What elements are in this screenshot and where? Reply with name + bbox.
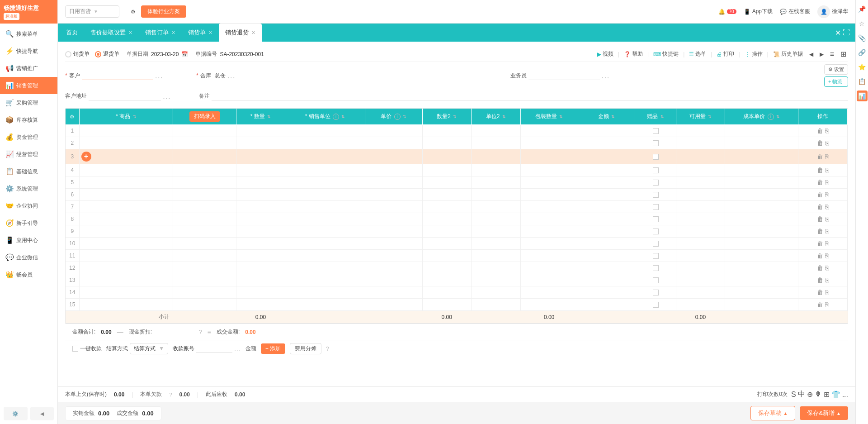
app-download-btn[interactable]: 📱 App下载 (744, 8, 773, 15)
gift-checkbox[interactable] (653, 140, 659, 146)
unit2-cell[interactable] (472, 149, 521, 164)
gift-cell[interactable] (635, 286, 676, 299)
qty-cell[interactable] (236, 149, 285, 164)
available-cell[interactable] (676, 225, 725, 238)
unit2-cell[interactable] (472, 176, 521, 189)
view-grid-btn[interactable]: ⊞ (839, 49, 848, 59)
sidebar-item-appcenter[interactable]: 📱 应用中心 (0, 232, 57, 249)
delete-row-btn[interactable]: 🗑 (817, 276, 823, 284)
pack-cell[interactable] (520, 213, 578, 225)
payment-help-icon[interactable]: ? (326, 346, 329, 352)
gift-checkbox[interactable] (653, 265, 659, 271)
sidebar-item-quicknav[interactable]: ⚡ 快捷导航 (0, 43, 57, 60)
gift-cell[interactable] (635, 137, 676, 149)
sidebar-item-purchase[interactable]: 🛒 采购管理 (0, 94, 57, 111)
toolbar-icon-5[interactable]: ⊞ (824, 390, 830, 399)
available-cell[interactable] (676, 176, 725, 189)
amount-cell[interactable] (578, 238, 635, 250)
experience-btn[interactable]: 体验行业方案 (141, 5, 186, 18)
sidebar-item-member[interactable]: 👑 畅会员 (0, 266, 57, 283)
available-cell[interactable] (676, 238, 725, 250)
available-cell[interactable] (676, 201, 725, 213)
gift-cell[interactable] (635, 274, 676, 286)
qty2-cell[interactable] (422, 213, 472, 225)
right-icon-pin[interactable]: 📌 (857, 4, 868, 14)
product-cell[interactable] (79, 274, 173, 286)
history-btn[interactable]: 📜 历史单据 (771, 49, 805, 59)
pack-cell[interactable] (520, 299, 578, 311)
topbar-search-box[interactable]: 日用百货 ▼ (65, 5, 119, 18)
sidebar-item-newguide[interactable]: 🧭 新手引导 (0, 214, 57, 232)
available-cell[interactable] (676, 250, 725, 262)
price-cell[interactable] (365, 176, 422, 189)
available-cell[interactable] (676, 274, 725, 286)
qty-cell[interactable] (236, 299, 285, 311)
gift-cell[interactable] (635, 299, 676, 311)
unit2-cell[interactable] (472, 164, 521, 176)
shortcut-btn[interactable]: ⌨ 快捷键 (651, 49, 680, 59)
gift-cell[interactable] (635, 149, 676, 164)
warehouse-more-btn[interactable]: ... (227, 71, 236, 81)
staff-input[interactable] (528, 71, 600, 80)
copy-row-btn[interactable]: ⎘ (825, 301, 829, 308)
available-cell[interactable] (676, 286, 725, 299)
delete-row-btn[interactable]: 🗑 (817, 215, 823, 223)
qty2-cell[interactable] (422, 274, 472, 286)
pack-cell[interactable] (520, 250, 578, 262)
account-input[interactable] (196, 344, 232, 353)
col-unit-header[interactable]: * 销售单位 i ⇅ (285, 109, 365, 125)
gift-checkbox[interactable] (653, 192, 659, 198)
print-btn[interactable]: 🖨 打印 (715, 49, 736, 59)
col-amount-header[interactable]: 金额 ⇅ (578, 109, 635, 125)
product-cell[interactable] (79, 164, 173, 176)
price-cell[interactable] (365, 299, 422, 311)
unit-cell[interactable] (285, 201, 365, 213)
qty-cell[interactable] (236, 164, 285, 176)
col-scan-header[interactable]: 扫码录入 (173, 109, 236, 125)
sidebar-item-corpwechat[interactable]: 💬 企业微信 (0, 249, 57, 266)
tab-close-sale-price[interactable]: ✕ (128, 30, 132, 36)
select-btn[interactable]: ☰ 选单 (687, 49, 708, 59)
scan-input-btn[interactable]: 扫码录入 (189, 111, 220, 122)
col-settings-header[interactable]: ⚙ (66, 109, 79, 125)
price-cell[interactable] (365, 201, 422, 213)
cost-cell[interactable] (725, 201, 798, 213)
gift-checkbox[interactable] (653, 253, 659, 259)
right-icon-orange[interactable]: 📊 (857, 91, 868, 101)
gift-checkbox[interactable] (653, 277, 659, 283)
gift-checkbox[interactable] (653, 180, 659, 186)
product-cell[interactable] (79, 225, 173, 238)
cost-cell[interactable] (725, 274, 798, 286)
gift-cell[interactable] (635, 201, 676, 213)
delete-row-btn[interactable]: 🗑 (817, 153, 823, 160)
qty-cell[interactable] (236, 189, 285, 201)
pack-cell[interactable] (520, 225, 578, 238)
add-payment-btn[interactable]: + 添加 (261, 343, 285, 354)
delete-row-btn[interactable]: 🗑 (817, 179, 823, 186)
cost-cell[interactable] (725, 189, 798, 201)
unit-cell[interactable] (285, 213, 365, 225)
one-click-checkbox[interactable] (72, 346, 78, 352)
account-more-btn[interactable]: ... (234, 345, 241, 353)
video-btn[interactable]: ▶ 视频 (595, 49, 615, 59)
copy-row-btn[interactable]: ⎘ (825, 167, 829, 174)
price-cell[interactable] (365, 125, 422, 137)
amount-cell[interactable] (578, 149, 635, 164)
delete-row-btn[interactable]: 🗑 (817, 191, 823, 198)
unit-cell[interactable] (285, 125, 365, 137)
copy-row-btn[interactable]: ⎘ (825, 191, 829, 198)
amount-cell[interactable] (578, 164, 635, 176)
qty2-cell[interactable] (422, 262, 472, 274)
price-cell[interactable] (365, 274, 422, 286)
qty-cell[interactable] (236, 125, 285, 137)
available-cell[interactable] (676, 137, 725, 149)
gift-checkbox[interactable] (653, 290, 659, 295)
qty2-cell[interactable] (422, 176, 472, 189)
unit2-cell[interactable] (472, 137, 521, 149)
delete-row-btn[interactable]: 🗑 (817, 228, 823, 235)
delete-row-btn[interactable]: 🗑 (817, 289, 823, 296)
product-cell[interactable] (79, 189, 173, 201)
gift-cell[interactable] (635, 262, 676, 274)
user-profile[interactable]: 👤 徐泽华 (817, 5, 848, 18)
pack-cell[interactable] (520, 149, 578, 164)
